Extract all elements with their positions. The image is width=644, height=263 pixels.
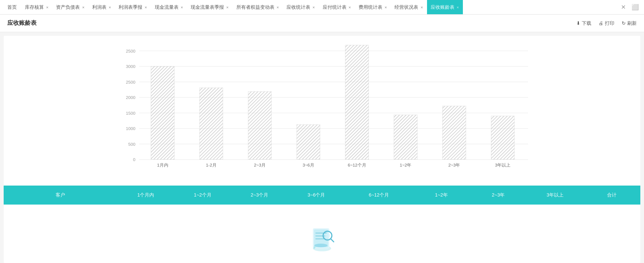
window-close-button[interactable]: ✕ bbox=[619, 2, 628, 12]
tab-balance-label: 资产负债表 bbox=[56, 4, 80, 11]
svg-text:1500: 1500 bbox=[126, 111, 135, 115]
tab-cashflow-quarterly[interactable]: 现金流量表季报 × bbox=[187, 0, 232, 15]
page-header: 应收账龄表 ⬇ 下载 🖨 打印 ↻ 刷新 bbox=[0, 15, 644, 32]
tab-payables-stat-label: 应付统计表 bbox=[323, 4, 347, 11]
tab-equity-close[interactable]: × bbox=[277, 5, 279, 9]
empty-state bbox=[4, 205, 640, 263]
bar-2-3year bbox=[442, 106, 466, 160]
refresh-icon: ↻ bbox=[622, 20, 626, 26]
tab-cashflow-quarterly-label: 现金流量表季报 bbox=[191, 4, 224, 11]
col-3-6month: 3~6个月 bbox=[288, 192, 345, 198]
tab-cashflow-quarterly-close[interactable]: × bbox=[226, 5, 228, 9]
svg-text:2~3月: 2~3月 bbox=[254, 163, 266, 167]
col-3year-plus: 3年以上 bbox=[527, 192, 583, 198]
chart-area: 0 500 1000 1500 2000 2500 3000 2500 1月内 … bbox=[4, 36, 640, 186]
tab-payables-stat-close[interactable]: × bbox=[349, 5, 351, 9]
download-label: 下载 bbox=[582, 20, 591, 27]
bar-1-2year bbox=[394, 115, 418, 160]
tab-home[interactable]: 首页 bbox=[3, 0, 21, 15]
page-title: 应收账龄表 bbox=[7, 19, 37, 27]
tab-expense-stat-label: 费用统计表 bbox=[359, 4, 382, 11]
tab-inventory[interactable]: 库存核算 × bbox=[21, 0, 52, 15]
svg-text:1月内: 1月内 bbox=[157, 163, 168, 167]
tab-home-label: 首页 bbox=[7, 4, 17, 11]
svg-text:0: 0 bbox=[133, 157, 136, 162]
main-content: 0 500 1000 1500 2000 2500 3000 2500 1月内 … bbox=[4, 36, 640, 263]
svg-text:3~6月: 3~6月 bbox=[303, 163, 314, 167]
tab-profit-quarterly-close[interactable]: × bbox=[145, 5, 147, 9]
svg-text:500: 500 bbox=[128, 142, 136, 146]
col-1month: 1个月内 bbox=[117, 192, 174, 198]
download-button[interactable]: ⬇ 下载 bbox=[576, 20, 591, 27]
tab-cashflow[interactable]: 现金流量表 × bbox=[151, 0, 187, 15]
tab-receivables-stat[interactable]: 应收统计表 × bbox=[283, 0, 319, 15]
svg-point-33 bbox=[325, 233, 330, 238]
svg-text:6~12个月: 6~12个月 bbox=[348, 163, 366, 167]
tab-profit-quarterly-label: 利润表季报 bbox=[119, 4, 142, 11]
tab-operation[interactable]: 经营状况表 × bbox=[391, 0, 427, 15]
col-6-12month: 6~12个月 bbox=[345, 192, 413, 198]
bar-1month bbox=[151, 66, 175, 160]
refresh-label: 刷新 bbox=[627, 20, 637, 27]
page-actions: ⬇ 下载 🖨 打印 ↻ 刷新 bbox=[576, 20, 637, 27]
svg-text:2500: 2500 bbox=[126, 80, 135, 84]
col-1-2month: 1~2个月 bbox=[174, 192, 231, 198]
table-header: 客户 1个月内 1~2个月 2~3个月 3~6个月 6~12个月 1~2年 2~… bbox=[4, 186, 640, 205]
tab-equity-label: 所有者权益变动表 bbox=[236, 4, 274, 11]
tab-expense-stat-close[interactable]: × bbox=[385, 5, 387, 9]
col-customer: 客户 bbox=[4, 192, 117, 198]
tab-aging[interactable]: 应收账龄表 × bbox=[427, 0, 463, 15]
print-label: 打印 bbox=[605, 20, 614, 27]
col-total: 合计 bbox=[584, 192, 640, 198]
svg-text:1-2月: 1-2月 bbox=[206, 163, 217, 167]
tab-equity[interactable]: 所有者权益变动表 × bbox=[233, 0, 283, 15]
col-2-3month: 2~3个月 bbox=[231, 192, 288, 198]
refresh-button[interactable]: ↻ 刷新 bbox=[622, 20, 637, 27]
svg-text:1000: 1000 bbox=[126, 126, 135, 131]
window-maximize-button[interactable]: ⬜ bbox=[629, 2, 641, 12]
tab-receivables-stat-label: 应收统计表 bbox=[287, 4, 310, 11]
tab-profit-close[interactable]: × bbox=[109, 5, 111, 9]
tab-inventory-close[interactable]: × bbox=[46, 5, 48, 9]
bar-chart: 0 500 1000 1500 2000 2500 3000 2500 1月内 … bbox=[15, 43, 629, 167]
tab-operation-close[interactable]: × bbox=[420, 5, 423, 9]
tab-operation-label: 经营状况表 bbox=[394, 4, 418, 11]
svg-text:2500: 2500 bbox=[126, 49, 135, 53]
bar-6-12month bbox=[345, 45, 369, 159]
tab-profit[interactable]: 利润表 × bbox=[89, 0, 115, 15]
tab-balance-close[interactable]: × bbox=[82, 5, 84, 9]
bar-3-6month bbox=[297, 125, 320, 160]
tab-expense-stat[interactable]: 费用统计表 × bbox=[355, 0, 391, 15]
svg-text:2000: 2000 bbox=[126, 95, 135, 100]
tab-cashflow-close[interactable]: × bbox=[181, 5, 183, 9]
svg-point-28 bbox=[314, 244, 327, 247]
svg-text:2~3年: 2~3年 bbox=[448, 163, 460, 167]
tab-profit-quarterly[interactable]: 利润表季报 × bbox=[115, 0, 151, 15]
tab-inventory-label: 库存核算 bbox=[25, 4, 44, 11]
col-1-2year: 1~2年 bbox=[413, 192, 470, 198]
tab-payables-stat[interactable]: 应付统计表 × bbox=[319, 0, 355, 15]
download-icon: ⬇ bbox=[576, 20, 580, 26]
tab-balance[interactable]: 资产负债表 × bbox=[52, 0, 88, 15]
bar-1-2month bbox=[199, 88, 223, 160]
tab-profit-label: 利润表 bbox=[92, 4, 106, 11]
bar-3year-plus bbox=[491, 116, 514, 160]
svg-text:3年以上: 3年以上 bbox=[495, 163, 511, 167]
print-icon: 🖨 bbox=[599, 20, 603, 26]
tab-aging-label: 应收账龄表 bbox=[431, 4, 454, 11]
tab-aging-close[interactable]: × bbox=[457, 5, 459, 9]
tab-receivables-stat-close[interactable]: × bbox=[312, 5, 315, 9]
col-2-3year: 2~3年 bbox=[470, 192, 527, 198]
svg-line-34 bbox=[331, 239, 334, 242]
print-button[interactable]: 🖨 打印 bbox=[599, 20, 614, 27]
svg-text:1~2年: 1~2年 bbox=[400, 163, 412, 167]
svg-text:3000: 3000 bbox=[126, 64, 135, 69]
bar-2-3month bbox=[248, 92, 272, 160]
empty-icon bbox=[304, 219, 340, 256]
tab-cashflow-label: 现金流量表 bbox=[155, 4, 179, 11]
tab-bar: 首页 库存核算 × 资产负债表 × 利润表 × 利润表季报 × 现金流量表 × … bbox=[0, 0, 644, 15]
tab-bar-actions: ✕ ⬜ bbox=[619, 2, 641, 12]
